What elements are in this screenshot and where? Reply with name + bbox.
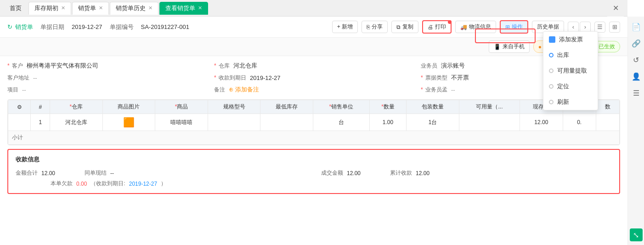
col-min-stock: 最低库存 [260, 100, 313, 114]
new-button[interactable]: + 新增 [332, 21, 358, 33]
effective-label: 已生效 [599, 43, 615, 51]
logistics-button[interactable]: 🚚 物流信息 [455, 21, 496, 33]
tab-view-label: 查看销货单 [165, 4, 195, 12]
operate-button[interactable]: ⊞ 操作 [500, 20, 528, 34]
row-settings [8, 114, 31, 131]
available-qty-label: 可用量提取 [557, 67, 587, 75]
locate-label: 定位 [557, 82, 569, 91]
row-min-stock [260, 114, 313, 131]
col-warehouse: *仓库 [50, 100, 103, 114]
doc-type-label: 销货单 [15, 23, 33, 31]
tab-sales-close[interactable]: ✕ [99, 5, 103, 11]
nav-arrows: ‹ › [568, 22, 591, 33]
dropdown-outbound[interactable]: 出库 [543, 47, 598, 63]
project-field: 项目 -- [7, 85, 207, 94]
col-unit: *销售单位 [313, 100, 369, 114]
col-image: 商品图片 [102, 100, 155, 114]
sidebar-user-icon[interactable]: 👤 [630, 70, 643, 83]
row-pack-qty[interactable]: 1台 [407, 114, 459, 131]
cumulative-label: 累计收款 [390, 169, 412, 177]
doc-header: ↻ 销货单 单据日期 2019-12-27 单据编号 SA-20191227-0… [0, 17, 627, 38]
grid-view-button[interactable]: ⊞ [609, 22, 620, 33]
ticket-type-value[interactable]: 不开票 [451, 74, 469, 82]
refresh-label: 刷新 [557, 98, 569, 106]
table-row: 1 河北仓库 🟧 嘻嘻嘻嘻 台 1.00 1台 12.00 0. [8, 114, 620, 131]
address-field: 客户地址 -- [7, 74, 207, 82]
from-phone-button[interactable]: 📱 来自手机 [489, 40, 530, 53]
list-view-button[interactable]: ☰ [594, 22, 605, 33]
copy-button[interactable]: ⧉ 复制 [391, 21, 418, 33]
dropdown-available-qty[interactable]: 可用量提取 [543, 63, 598, 79]
toolbar-row: 📱 来自手机 ● 未开票 ✓ ✓ 已生效 [0, 38, 627, 56]
tab-inventory-close[interactable]: ✕ [61, 5, 65, 11]
remarks-field: 备注 ⊕ 添加备注 [214, 85, 413, 94]
share-icon: ⎘ [367, 24, 370, 30]
product-table: ⚙ # *仓库 商品图片 *商品 规格型号 最低库存 *销售单位 *数量 包装数… [7, 99, 620, 145]
add-invoice-icon [549, 36, 555, 43]
sidebar-doc-icon[interactable]: 📄 [630, 20, 643, 33]
warehouse-value[interactable]: 河北仓库 [233, 62, 257, 70]
col-pack-qty: 包装数量 [407, 100, 459, 114]
history-label: 历史单据 [537, 23, 559, 31]
total-amount-value: 12.00 [41, 170, 55, 177]
form-section: * 客户 柳州粤港平安气体有限公司 * 仓库 河北仓库 业务员 演示账号 客户地… [0, 56, 627, 99]
subtotal-label: 小计 [8, 131, 620, 145]
row-no: 1 [31, 114, 50, 131]
same-order-value: -- [110, 170, 114, 177]
tab-history-close[interactable]: ✕ [148, 5, 153, 11]
summary-section: 收款信息 金额合计 12.00 同单现结 -- 成交金额 12.00 累计收款 … [7, 149, 620, 194]
tab-home[interactable]: 首页 [4, 2, 28, 15]
tab-sales[interactable]: 销货单 ✕ [72, 2, 109, 15]
tab-view[interactable]: 查看销货单 ✕ [159, 2, 208, 15]
col-settings[interactable]: ⚙ [8, 100, 31, 114]
row-image: 🟧 [102, 114, 155, 131]
window-close-button[interactable]: ✕ [607, 0, 624, 17]
available-qty-icon [549, 68, 554, 73]
dropdown-refresh[interactable]: 刷新 [543, 94, 598, 110]
total-amount-label: 金额合计 [16, 169, 38, 177]
right-sidebar: 📄 🔗 ↺ 👤 ☰ ⤡ [627, 17, 644, 245]
customer-value[interactable]: 柳州粤港平安气体有限公司 [27, 62, 98, 70]
add-invoice-label: 添加发票 [559, 35, 583, 44]
tab-history[interactable]: 销货单历史 ✕ [110, 2, 158, 15]
sidebar-expand-icon[interactable]: ⤡ [630, 228, 643, 241]
salesman-label: * 业务员孟 [421, 86, 447, 94]
col-product: *商品 [155, 100, 208, 114]
sidebar-refresh-icon[interactable]: ↺ [630, 53, 643, 66]
dropdown-locate[interactable]: 定位 [543, 79, 598, 94]
dropdown-add-invoice[interactable]: 添加发票 [543, 32, 598, 47]
share-button[interactable]: ⎘ 分享 [362, 21, 388, 33]
tab-inventory[interactable]: 库存期初 ✕ [28, 2, 71, 15]
logistics-icon: 🚚 [460, 24, 467, 30]
row-spec [208, 114, 260, 131]
add-remarks-btn[interactable]: ⊕ 添加备注 [229, 85, 259, 94]
project-value: -- [22, 86, 26, 93]
row-price[interactable]: 0. [563, 114, 596, 131]
prev-button[interactable]: ‹ [568, 22, 579, 33]
next-button[interactable]: › [580, 22, 591, 33]
same-order-label: 同单现结 [85, 169, 107, 177]
sidebar-link-icon[interactable]: 🔗 [630, 37, 643, 50]
row-product[interactable]: 嘻嘻嘻嘻 [155, 114, 208, 131]
locate-icon [549, 84, 554, 89]
print-icon: 🖨 [428, 24, 433, 30]
tab-view-close[interactable]: ✕ [198, 5, 202, 11]
ticket-type-label: * 票据类型 [421, 74, 447, 82]
row-unit[interactable]: 台 [313, 114, 369, 131]
date-label: 单据日期 [40, 23, 64, 31]
due-date-value[interactable]: 2019-12-27 [250, 74, 281, 81]
due-note: （收款到期日: [90, 180, 125, 188]
outbound-label: 出库 [557, 51, 569, 59]
row-warehouse[interactable]: 河北仓库 [50, 114, 103, 131]
phone-icon: 📱 [494, 44, 501, 50]
print-button[interactable]: 🖨 打印 [422, 20, 452, 34]
outbound-icon [549, 53, 554, 57]
row-qty[interactable]: 1.00 [369, 114, 407, 131]
table-header-row: ⚙ # *仓库 商品图片 *商品 规格型号 最低库存 *销售单位 *数量 包装数… [8, 100, 620, 114]
sidebar-list-icon[interactable]: ☰ [630, 86, 643, 99]
employee-value: 演示账号 [441, 62, 465, 70]
add-icon: ⊕ [229, 86, 233, 93]
dropdown-menu: 添加发票 出库 可用量提取 定位 刷新 [543, 31, 598, 110]
col-no: # [31, 100, 50, 114]
from-phone-label: 来自手机 [503, 43, 525, 51]
